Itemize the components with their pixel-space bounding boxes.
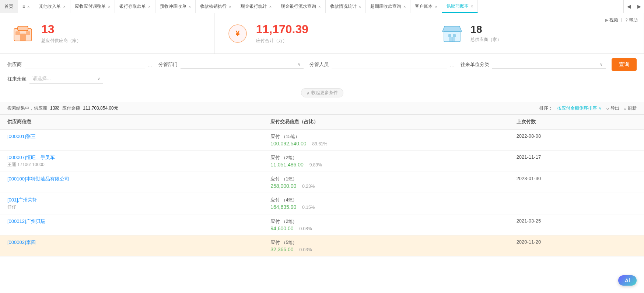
export-button[interactable]: ○ 导出 [606, 105, 619, 111]
nav-receipt-exec[interactable]: 收款核销执行 × [196, 0, 236, 13]
supplier-link[interactable]: [000100]本特勤油品有限公司 [7, 176, 69, 182]
last-payment-cell: 2021-03-25 [509, 214, 644, 235]
tx-type: 应付 [270, 155, 280, 160]
nav-cash-bank-stat[interactable]: 现金银行统计 × [236, 0, 276, 13]
close-receipt-exec[interactable]: × [229, 4, 231, 9]
close-payable-adjust[interactable]: × [108, 4, 110, 9]
table-row: [000100]本特勤油品有限公司应付 （1笔）258,000.000.23%2… [0, 172, 644, 193]
close-cash-bank-stat[interactable]: × [269, 4, 272, 9]
dept-select[interactable]: ∨ [181, 61, 304, 69]
supplier-input[interactable] [25, 60, 145, 69]
table-container: 供应商信息 应付交易信息（占比） 上次付数 [000001]张三应付 （15笔）… [0, 115, 644, 293]
summary-area: 13 总应付供应商（家） ¥ 11,170.39 应付合计（万） ▶ 视 [0, 13, 644, 54]
nav-payable-adjust[interactable]: 应收应付调整单 × [70, 0, 115, 13]
refresh-button[interactable]: ○ 刷新 [624, 105, 637, 111]
tx-count: （4笔） [281, 197, 297, 203]
payable-total-label: 应付合计（万） [256, 38, 308, 44]
tx-amount[interactable]: 32,366.00 [270, 247, 293, 252]
tx-amount[interactable]: 258,000.00 [270, 183, 296, 189]
filter-row-1: 供应商 ... 分管部门 ∨ 分管人员 ... 往来单位分类 [7, 58, 637, 71]
nav-bank-deposit[interactable]: 银行存取款单 × [115, 0, 155, 13]
close-overdue-query[interactable]: × [403, 4, 406, 9]
nav-other-income[interactable]: 其他收入单 × [34, 0, 70, 13]
close-cash-bank-flow[interactable]: × [318, 4, 321, 9]
table-row: [001]广州荣轩仔仔应付 （4笔）164,635.900.15% [0, 193, 644, 214]
supplier-link[interactable]: [000002]李四 [7, 239, 36, 245]
close-other-income[interactable]: × [63, 4, 65, 9]
supplier-label: 供应商 [7, 61, 22, 68]
nav-next-button[interactable]: ▶ [634, 0, 644, 13]
result-bar: 搜索结果中，供应商 13家 应付金额 111,703,854.00元 排序： 按… [0, 102, 644, 115]
tx-percent: 89.61% [312, 141, 328, 146]
sort-value[interactable]: 按应付余额倒序排序 ∨ [557, 105, 602, 111]
help-link[interactable]: ? 帮助 [626, 17, 638, 23]
tx-cell: 应付 （2笔）94,600.000.08% [263, 214, 509, 235]
video-link[interactable]: ▶ 视频 [605, 17, 618, 23]
ai-button[interactable]: Ai [618, 275, 637, 286]
filter-dept: 分管部门 ∨ [158, 61, 304, 69]
tx-count: （15笔） [281, 134, 300, 139]
tx-amount[interactable]: 11,051,486.00 [270, 162, 304, 168]
supplier-link[interactable]: [000012]广州贝瑞 [7, 218, 45, 224]
supplier-dots[interactable]: ... [148, 61, 153, 68]
tx-type: 应付 [270, 239, 280, 245]
result-summary: 搜索结果中，供应商 13家 应付金额 111,703,854.00元 [7, 105, 118, 111]
sort-chevron-icon: ∨ [598, 106, 602, 111]
tx-amount[interactable]: 94,600.00 [270, 225, 293, 231]
refresh-icon: ○ [624, 106, 626, 111]
close-supplier-account[interactable]: × [471, 4, 473, 8]
svg-rect-2 [20, 34, 26, 41]
tx-amount[interactable]: 164,635.90 [270, 204, 296, 210]
close-customer-account[interactable]: × [435, 4, 437, 9]
balance-select[interactable]: 请选择... ∨ [29, 74, 103, 84]
result-amount: 111,703,854.00元 [83, 105, 118, 111]
filter-row-2: 往来余额 请选择... ∨ [7, 74, 637, 84]
supplier-link[interactable]: [000001]张三 [7, 134, 36, 139]
last-payment-cell: 2023-01-30 [509, 172, 644, 193]
nav-collection-stat[interactable]: 收款情况统计 × [326, 0, 366, 13]
supplier-link[interactable]: [001]广州荣轩 [7, 197, 37, 203]
payable-total-number: 11,170.39 [256, 23, 308, 36]
supplier-link[interactable]: [000007]恒旺二手叉车 [7, 155, 55, 160]
nav-home[interactable]: 首页 [0, 0, 18, 13]
table-row: [000007]恒旺二手叉车王通 17106110000应付 （2笔）11,05… [0, 151, 644, 172]
close-bank-deposit[interactable]: × [148, 4, 150, 9]
filter-balance: 往来余额 请选择... ∨ [7, 74, 103, 84]
supplier-cell: [000100]本特勤油品有限公司 [0, 172, 263, 193]
supplier-cell: [000007]恒旺二手叉车王通 17106110000 [0, 151, 263, 172]
th-tx-info: 应付交易信息（占比） [263, 115, 509, 129]
nav-tab3[interactable]: ≡ × [18, 0, 34, 13]
tx-count: （2笔） [281, 155, 297, 160]
category-select[interactable]: ∨ [492, 61, 606, 69]
tx-percent: 0.08% [299, 226, 312, 231]
nav-overdue-query[interactable]: 超期应收款查询 × [366, 0, 410, 13]
tx-amount[interactable]: 100,092,540.00 [270, 141, 306, 146]
person-dots[interactable]: ... [450, 61, 455, 68]
person-input[interactable] [332, 60, 447, 69]
query-button[interactable]: 查询 [612, 58, 637, 71]
balance-label: 往来余额 [7, 76, 27, 82]
tx-percent: 0.23% [302, 184, 315, 189]
filter-supplier: 供应商 ... [7, 60, 153, 69]
close-collection-stat[interactable]: × [359, 4, 361, 9]
tx-type: 应付 [270, 176, 280, 182]
nav-advance-collect[interactable]: 预收冲应收单 × [155, 0, 196, 13]
supplier-cell: [001]广州荣轩仔仔 [0, 193, 263, 214]
summary-content-1: 13 总应付供应商（家） [41, 23, 81, 44]
last-payment-date: 2022-08-08 [517, 133, 541, 139]
last-payment-date: 2021-11-17 [517, 154, 541, 160]
tx-count: （5笔） [281, 240, 297, 245]
svg-text:¥: ¥ [235, 29, 240, 37]
total-suppliers-label: 总供应商（家） [470, 37, 501, 43]
nav-customer-account[interactable]: 客户账本 × [410, 0, 442, 13]
supplier-sub-info: 王通 17106110000 [7, 162, 256, 168]
close-tab3[interactable]: × [27, 4, 29, 9]
collapse-button[interactable]: ∧ 收起更多条件 [301, 88, 343, 97]
svg-rect-10 [453, 34, 456, 37]
svg-rect-4 [26, 31, 30, 35]
nav-supplier-account[interactable]: 供应商账本 × [442, 0, 478, 13]
svg-rect-1 [18, 26, 28, 31]
close-advance-collect[interactable]: × [189, 4, 191, 9]
nav-prev-button[interactable]: ◀ [623, 0, 634, 13]
nav-cash-bank-flow[interactable]: 现金银行流水查询 × [276, 0, 325, 13]
